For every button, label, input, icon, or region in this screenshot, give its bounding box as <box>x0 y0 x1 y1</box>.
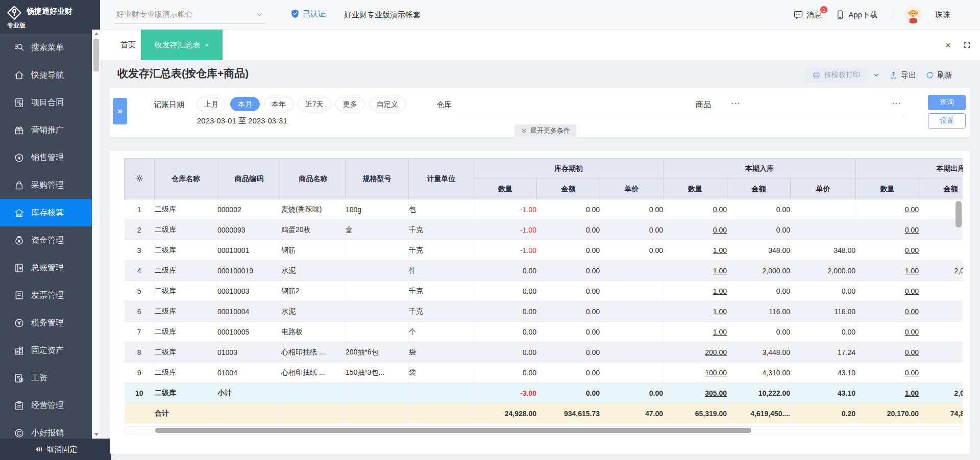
user-avatar[interactable] <box>904 6 922 23</box>
text-cell: 盒 <box>346 220 409 240</box>
app-download-button[interactable]: App下载 <box>835 10 877 20</box>
tab-bar: 首页 收发存汇总表 × × <box>100 30 980 60</box>
row-number-cell: 10 <box>125 383 155 403</box>
drilldown-link[interactable]: 305.00 <box>705 389 727 397</box>
clipboard-icon <box>14 400 24 411</box>
sidebar-item-0[interactable]: 搜索菜单 <box>0 34 92 61</box>
scroll-down-arrow-icon[interactable] <box>92 430 101 439</box>
sidebar-item-8[interactable]: 总账管理 <box>0 254 92 282</box>
chevron-down-icon <box>256 11 263 18</box>
drilldown-link[interactable]: 1.00 <box>713 287 727 295</box>
drilldown-link[interactable]: 0.00 <box>905 287 919 295</box>
value-cell: 0.00 <box>919 281 963 301</box>
sidebar-item-6[interactable]: 库存核算 <box>0 199 92 226</box>
expand-filter-panel-button[interactable]: » <box>113 98 127 124</box>
date-pill-4[interactable]: 更多 <box>335 97 365 111</box>
search-icon <box>14 42 24 53</box>
drilldown-link[interactable]: 100.00 <box>705 369 727 377</box>
sidebar-item-12[interactable]: 工资 <box>0 364 92 392</box>
sidebar-item-13[interactable]: 经营管理 <box>0 392 92 419</box>
sidebar-item-14[interactable]: 小好报销 <box>0 419 92 439</box>
value-cell: 3,448.00 <box>727 342 791 363</box>
sidebar-item-9[interactable]: 发票管理 <box>0 282 92 309</box>
text-cell: 鸡蛋20枚 <box>281 220 346 240</box>
product-input[interactable]: ··· <box>715 97 903 116</box>
sidebar-scrollbar[interactable] <box>92 30 100 439</box>
value-cell: 4,619,450.... <box>727 403 791 424</box>
text-cell: 千克 <box>409 301 474 322</box>
sidebar-item-7[interactable]: 资金管理 <box>0 226 92 254</box>
vertical-scrollbar-thumb[interactable] <box>955 201 962 227</box>
drilldown-link[interactable]: 1.00 <box>905 267 919 275</box>
print-label: 按模板打印 <box>824 70 860 80</box>
expand-more-conditions-button[interactable]: 展开更多条件 <box>514 124 576 137</box>
messages-button[interactable]: 消息 1 <box>793 10 822 20</box>
text-cell <box>346 240 409 261</box>
fullscreen-icon[interactable] <box>963 41 971 49</box>
tab-home[interactable]: 首页 <box>111 30 145 60</box>
value-cell: 0.00 <box>856 220 919 240</box>
horizontal-scrollbar[interactable] <box>124 426 963 435</box>
settings-button[interactable]: 设置 <box>928 113 966 129</box>
sidebar-item-11[interactable]: 固定资产 <box>0 337 92 364</box>
date-pill-2[interactable]: 本年 <box>264 97 293 111</box>
product-picker-ellipsis-icon[interactable]: ··· <box>892 99 901 108</box>
tab-summary-active[interactable]: 收发存汇总表 × <box>141 30 223 60</box>
export-button[interactable]: 导出 <box>889 70 916 80</box>
username[interactable]: 珠珠 <box>935 10 950 20</box>
sidebar-item-1[interactable]: 快捷导航 <box>0 61 92 89</box>
value-cell: 0.00 <box>537 220 600 240</box>
text-cell: 水泥 <box>281 301 346 322</box>
drilldown-link[interactable]: 0.00 <box>905 348 919 356</box>
topbar: 好业财专业版演示帐套 已认证 好业财专业版演示帐套 消息 1 <box>100 0 980 30</box>
text-cell: 二级库 <box>155 383 217 403</box>
drilldown-link[interactable]: 0.00 <box>905 246 919 254</box>
drilldown-link[interactable]: 200.00 <box>705 348 727 356</box>
drilldown-link[interactable]: 0.00 <box>905 226 919 234</box>
drilldown-link[interactable]: 1.00 <box>713 246 727 254</box>
horizontal-scrollbar-thumb[interactable] <box>155 428 751 433</box>
divider <box>891 9 891 20</box>
unpin-sidebar-button[interactable]: 取消固定 <box>0 439 111 460</box>
date-pill-1[interactable]: 本月 <box>230 97 260 111</box>
sidebar-item-4[interactable]: 销售管理 <box>0 144 92 171</box>
sidebar-item-2[interactable]: 项目合同 <box>0 89 92 116</box>
date-pill-5[interactable]: 自定义 <box>369 97 406 111</box>
drilldown-link[interactable]: 0.00 <box>905 308 919 316</box>
sidebar-item-label: 发票管理 <box>31 290 64 301</box>
date-pill-3[interactable]: 近7天 <box>298 97 331 111</box>
drilldown-link[interactable]: 0.00 <box>905 369 919 377</box>
sidebar-scrollbar-thumb[interactable] <box>93 39 99 71</box>
drilldown-link[interactable]: 1.00 <box>905 389 919 397</box>
sidebar-item-5[interactable]: 采购管理 <box>0 171 92 199</box>
drilldown-link[interactable]: 1.00 <box>713 308 727 316</box>
print-by-template-button[interactable]: 按模板打印 <box>805 67 867 83</box>
drilldown-link[interactable]: 0.00 <box>905 328 919 336</box>
search-button[interactable]: 查询 <box>928 95 966 110</box>
sidebar-item-10[interactable]: 税务管理 <box>0 309 92 337</box>
sidebar-item-3[interactable]: 营销推广 <box>0 116 92 144</box>
drilldown-link[interactable]: 0.00 <box>713 206 727 214</box>
tab-close-icon[interactable]: × <box>205 41 209 49</box>
drilldown-link[interactable]: 1.00 <box>713 267 727 275</box>
sidebar-item-label: 小好报销 <box>31 428 64 439</box>
warehouse-filter-label: 仓库 <box>436 100 452 110</box>
drilldown-link[interactable]: 0.00 <box>713 226 727 234</box>
date-range-value[interactable]: 2023-03-01 至 2023-03-31 <box>197 116 287 126</box>
print-options-chevron-icon[interactable] <box>873 71 880 79</box>
value-cell <box>600 281 664 301</box>
unpin-collapse-icon <box>34 445 43 454</box>
account-selector[interactable]: 好业财专业版演示帐套 <box>113 6 266 24</box>
close-icon[interactable]: × <box>945 40 951 50</box>
refresh-button[interactable]: 刷新 <box>925 70 952 80</box>
column-settings-gear-button[interactable] <box>125 159 155 199</box>
date-pill-0[interactable]: 上月 <box>197 97 226 111</box>
drilldown-link[interactable]: 1.00 <box>713 328 727 336</box>
text-cell: 0000093 <box>217 220 281 240</box>
value-cell: 0.00 <box>727 199 791 220</box>
value-cell: -1.00 <box>474 220 537 240</box>
scroll-up-arrow-icon[interactable] <box>92 30 101 38</box>
value-cell: 2,000.00 <box>791 261 856 281</box>
gear-icon <box>135 174 144 183</box>
drilldown-link[interactable]: 0.00 <box>905 206 919 214</box>
